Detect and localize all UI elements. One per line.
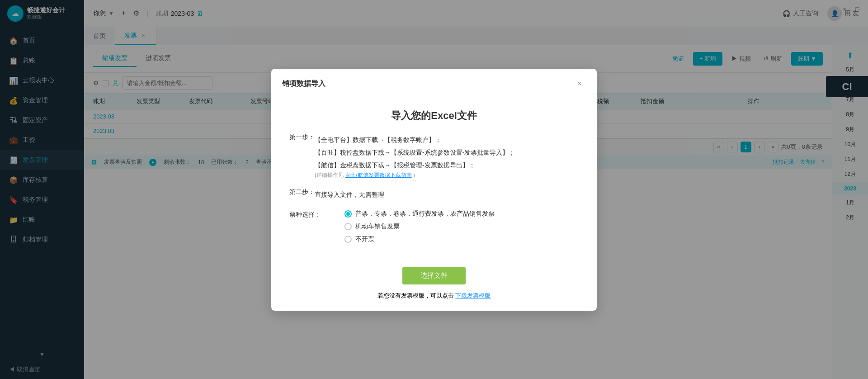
step1-hint-text: (详细操作见 xyxy=(315,172,344,178)
step1-row: 第一步： 【全电平台】数据下载→【税务数字账户】； 【百旺】税控盘数据下载→【系… xyxy=(289,133,579,179)
modal-header: 销项数据导入 × xyxy=(271,69,597,98)
modal-close-button[interactable]: × xyxy=(573,78,586,90)
step1-hint: (详细操作见 百旺/航信发票数据下载指南 ) xyxy=(315,171,515,179)
step2-section: 第二步： 直接导入文件，无需整理 xyxy=(289,188,579,201)
radio-none-circle xyxy=(344,236,352,243)
step1-content: 【全电平台】数据下载→【税务数字账户】； 【百旺】税控盘数据下载→【系统设置-系… xyxy=(315,133,515,179)
modal-main-title: 导入您的Excel文件 xyxy=(289,109,579,123)
step1-line-2: 【百旺】税控盘数据下载→【系统设置-系统参数设置-发票批量导入】； xyxy=(315,146,515,159)
ticket-option-common[interactable]: 普票，专票，卷票，通行费发票，农产品销售发票 xyxy=(344,210,579,218)
step1-section: 第一步： 【全电平台】数据下载→【税务数字账户】； 【百旺】税控盘数据下载→【系… xyxy=(289,133,579,179)
import-modal: 销项数据导入 × 导入您的Excel文件 第一步： 【全电平台】数据下载→【税务… xyxy=(271,69,597,311)
select-file-button[interactable]: 选择文件 xyxy=(402,267,466,284)
step2-text: 直接导入文件，无需整理 xyxy=(315,188,384,201)
step1-line-1: 【全电平台】数据下载→【税务数字账户】； xyxy=(315,133,515,146)
ticket-option-none[interactable]: 不开票 xyxy=(344,235,579,243)
ticket-option-motor[interactable]: 机动车销售发票 xyxy=(344,223,579,231)
download-template-link[interactable]: 下载发票模版 xyxy=(455,292,491,299)
step2-label: 第二步： xyxy=(289,188,315,197)
modal-body: 导入您的Excel文件 第一步： 【全电平台】数据下载→【税务数字账户】； 【百… xyxy=(271,98,597,267)
step1-label: 第一步： xyxy=(289,133,315,175)
radio-group: 普票，专票，卷票，通行费发票，农产品销售发票 机动车销售发票 不开票 xyxy=(321,210,579,243)
ticket-option-motor-label: 机动车销售发票 xyxy=(355,223,400,231)
modal-overlay: 销项数据导入 × 导入您的Excel文件 第一步： 【全电平台】数据下载→【税务… xyxy=(0,0,868,379)
radio-motor-circle xyxy=(344,223,352,230)
modal-footer: 选择文件 若您没有发票模版，可以点击 下载发票模版 xyxy=(271,267,597,311)
ticket-option-common-label: 普票，专票，卷票，通行费发票，农产品销售发票 xyxy=(355,210,495,218)
ticket-row: 票种选择： 普票，专票，卷票，通行费发票，农产品销售发票 xyxy=(289,210,579,243)
footer-note-text: 若您没有发票模版，可以点击 xyxy=(377,292,454,299)
step2-row: 第二步： 直接导入文件，无需整理 xyxy=(289,188,579,201)
step1-line-3: 【航信】金税盘数据下载→【报税管理-发票数据导出】； xyxy=(315,159,515,171)
step1-hint-end: ) xyxy=(413,172,415,178)
radio-common-circle xyxy=(344,210,352,218)
radio-common-dot xyxy=(346,212,350,216)
ticket-label: 票种选择： xyxy=(289,210,321,219)
ticket-option-none-label: 不开票 xyxy=(355,235,374,243)
modal-footer-note-row: 若您没有发票模版，可以点击 下载发票模版 xyxy=(377,292,491,300)
ticket-options-container: 普票，专票，卷票，通行费发票，农产品销售发票 机动车销售发票 不开票 xyxy=(321,210,579,243)
ticket-section: 票种选择： 普票，专票，卷票，通行费发票，农产品销售发票 xyxy=(289,210,579,243)
modal-title: 销项数据导入 xyxy=(282,79,326,89)
step1-guide-link[interactable]: 百旺/航信发票数据下载指南 xyxy=(345,172,411,178)
